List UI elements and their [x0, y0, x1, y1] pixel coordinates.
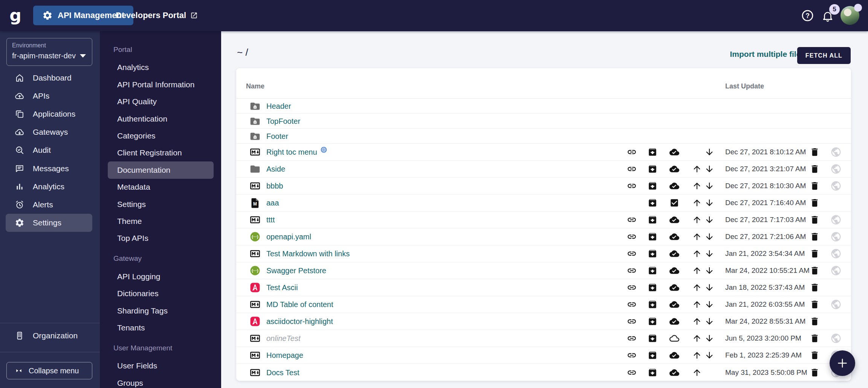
move-up-button[interactable] — [692, 368, 702, 377]
move-up-button[interactable] — [692, 316, 702, 326]
publish-status-cloud-icon[interactable] — [669, 350, 679, 360]
page-name-link[interactable]: Test Markdown with links — [266, 250, 350, 258]
subnav-item-api-quality[interactable]: API Quality — [108, 93, 214, 110]
sidebar-item-analytics[interactable]: Analytics — [6, 178, 92, 196]
save-button[interactable] — [648, 249, 657, 259]
move-down-button[interactable] — [704, 333, 714, 343]
page-name-link[interactable]: Homepage — [266, 351, 303, 360]
page-name-link[interactable]: Footer — [266, 132, 288, 140]
copy-link-button[interactable] — [627, 283, 637, 292]
save-button[interactable] — [648, 198, 657, 208]
save-button[interactable] — [648, 147, 657, 157]
delete-button[interactable] — [810, 367, 820, 377]
publish-status-cloud-icon[interactable] — [669, 283, 679, 292]
delete-button[interactable] — [810, 215, 820, 225]
publish-status-cloud-icon[interactable] — [669, 181, 679, 191]
copy-link-button[interactable] — [627, 316, 637, 326]
move-down-button[interactable] — [704, 181, 714, 191]
subnav-item-user-fields[interactable]: User Fields — [108, 357, 214, 374]
subnav-item-dictionaries[interactable]: Dictionaries — [108, 285, 214, 302]
copy-link-button[interactable] — [627, 368, 637, 377]
publish-status-cloud-icon[interactable] — [669, 266, 679, 275]
publish-status-cloud-icon[interactable] — [669, 215, 679, 225]
page-name-link[interactable]: asciidoctor-highlight — [266, 317, 333, 326]
page-name-link[interactable]: onlineTest — [266, 334, 300, 343]
sidebar-item-organization[interactable]: Organization — [6, 327, 92, 345]
page-name-link[interactable]: bbbb — [266, 182, 283, 190]
delete-button[interactable] — [810, 164, 820, 174]
save-button[interactable] — [648, 266, 657, 275]
copy-link-button[interactable] — [627, 266, 637, 275]
sidebar-item-applications[interactable]: Applications — [6, 105, 92, 123]
page-name-link[interactable]: MD Table of content — [266, 300, 333, 309]
save-button[interactable] — [648, 283, 657, 292]
publish-status-cloud-icon[interactable] — [669, 316, 679, 326]
subnav-item-documentation[interactable]: Documentation — [108, 161, 214, 179]
delete-button[interactable] — [810, 249, 820, 259]
subnav-item-theme[interactable]: Theme — [108, 213, 214, 230]
subnav-item-categories[interactable]: Categories — [108, 127, 214, 145]
move-up-button[interactable] — [692, 266, 702, 275]
page-name-link[interactable]: Header — [266, 102, 291, 110]
delete-button[interactable] — [810, 147, 820, 157]
move-down-button[interactable] — [704, 266, 714, 275]
page-name-link[interactable]: Swagger Petstore — [266, 266, 326, 275]
developers-portal-link[interactable]: Developers Portal — [116, 6, 198, 25]
copy-link-button[interactable] — [627, 232, 637, 242]
page-name-link[interactable]: tttt — [266, 216, 275, 224]
help-button[interactable]: ? — [801, 9, 814, 22]
save-button[interactable] — [648, 215, 657, 225]
page-name-link[interactable]: Docs Test — [266, 368, 299, 377]
sidebar-item-settings[interactable]: Settings — [6, 214, 92, 232]
delete-button[interactable] — [810, 300, 820, 310]
subnav-item-analytics[interactable]: Analytics — [108, 59, 214, 76]
copy-link-button[interactable] — [627, 350, 637, 360]
collapse-menu-button[interactable]: Collapse menu — [6, 362, 92, 379]
subnav-item-api-logging[interactable]: API Logging — [108, 268, 214, 285]
copy-link-button[interactable] — [627, 181, 637, 191]
copy-link-button[interactable] — [627, 164, 637, 174]
page-name-link[interactable]: Test Ascii — [266, 283, 298, 292]
delete-button[interactable] — [810, 350, 820, 361]
environment-select[interactable]: Environment fr-apim-master-dev — [6, 38, 92, 66]
subnav-item-authentication[interactable]: Authentication — [108, 110, 214, 128]
delete-button[interactable] — [810, 266, 820, 276]
import-multiple-files-link[interactable]: Import multiple files — [730, 50, 805, 59]
publish-status-cloud-icon[interactable] — [669, 147, 679, 157]
move-up-button[interactable] — [692, 300, 702, 309]
delete-button[interactable] — [810, 316, 820, 327]
save-button[interactable] — [648, 350, 657, 360]
move-down-button[interactable] — [704, 164, 714, 174]
move-up-button[interactable] — [692, 215, 702, 225]
page-name-link[interactable]: TopFooter — [266, 117, 300, 125]
delete-button[interactable] — [810, 181, 820, 191]
page-name-link[interactable]: Right toc menu — [266, 148, 327, 157]
move-down-button[interactable] — [704, 198, 714, 208]
publish-status-cloud-icon[interactable] — [669, 164, 679, 174]
sidebar-item-messages[interactable]: Messages — [6, 160, 92, 178]
breadcrumb[interactable]: ~ / — [237, 47, 248, 58]
copy-link-button[interactable] — [627, 249, 637, 259]
unpublished-cloud-icon[interactable] — [669, 333, 679, 343]
page-name-link[interactable]: Aside — [266, 165, 285, 173]
subnav-item-top-apis[interactable]: Top APIs — [108, 230, 214, 247]
publish-status-cloud-icon[interactable] — [669, 368, 679, 377]
copy-link-button[interactable] — [627, 333, 637, 343]
save-button[interactable] — [648, 316, 657, 326]
save-button[interactable] — [648, 300, 657, 309]
publish-status-cloud-icon[interactable] — [669, 300, 679, 309]
copy-link-button[interactable] — [627, 147, 637, 157]
move-up-button[interactable] — [692, 333, 702, 343]
delete-button[interactable] — [810, 232, 820, 242]
move-down-button[interactable] — [704, 300, 714, 309]
save-button[interactable] — [648, 164, 657, 174]
save-button[interactable] — [648, 232, 657, 242]
publish-checkbox[interactable] — [669, 198, 679, 208]
delete-button[interactable] — [810, 283, 820, 293]
move-down-button[interactable] — [704, 316, 714, 326]
move-up-button[interactable] — [692, 249, 702, 259]
subnav-item-client-registration[interactable]: Client Registration — [108, 144, 214, 161]
subnav-item-metadata[interactable]: Metadata — [108, 178, 214, 196]
gravitee-logo[interactable]: g — [7, 7, 24, 24]
subnav-item-sharding-tags[interactable]: Sharding Tags — [108, 302, 214, 320]
